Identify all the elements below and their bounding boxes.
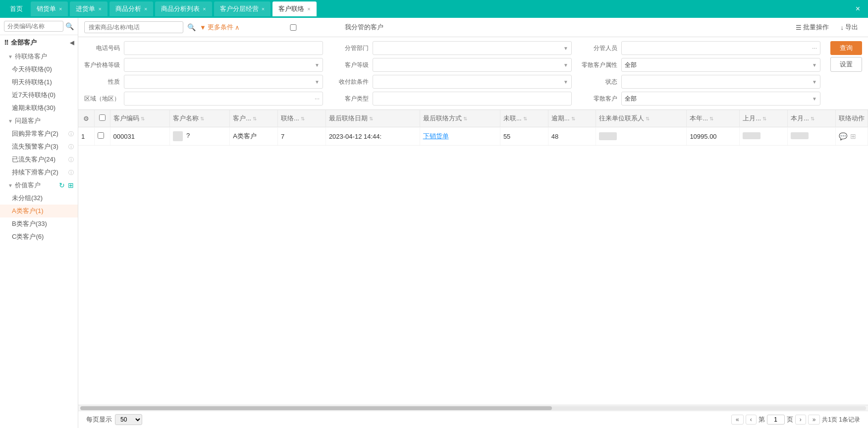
td-last-month — [740, 127, 788, 146]
tab-customer-contact[interactable]: 客户联络 × — [272, 1, 316, 16]
page-number-input[interactable] — [767, 415, 785, 425]
next-page-btn[interactable]: › — [795, 415, 806, 425]
group-value-customers[interactable]: ▼ 价值客户 ↻ ⊞ — [0, 179, 78, 192]
close-all-btn[interactable]: × — [852, 2, 864, 15]
sidebar-item-loss-warning[interactable]: 流失预警客户(3) ⓘ — [0, 140, 78, 153]
first-page-btn[interactable]: « — [731, 415, 744, 425]
sort-icon-5: ⇅ — [369, 116, 373, 121]
scroll-thumb[interactable] — [80, 406, 552, 410]
select-all-checkbox[interactable] — [99, 114, 106, 121]
sidebar-item-c-class[interactable]: C类客户(6) — [0, 230, 78, 243]
th-checkbox[interactable] — [94, 110, 110, 127]
sidebar-item-ungrouped[interactable]: 未分组(32) — [0, 192, 78, 205]
tab-sales[interactable]: 销货单 × — [31, 1, 68, 16]
sidebar-all-customers[interactable]: ⠿ 全部客户 ◀ — [0, 35, 78, 50]
scatter-attr-select[interactable]: 全部 ▼ — [621, 58, 820, 72]
customer-level-select[interactable]: ▼ — [373, 58, 572, 72]
close-tab-product-analysis[interactable]: × — [144, 6, 147, 12]
tab-home[interactable]: 首页 — [4, 1, 29, 16]
close-tab-customer-contact[interactable]: × — [307, 6, 310, 12]
filter-bar: 🔍 ▼ 更多条件 ∧ 我分管的客户 ☰ 批量操作 ↓ 导出 — [78, 18, 868, 37]
customer-type-input[interactable] — [373, 92, 572, 106]
scroll-track[interactable] — [80, 406, 866, 410]
batch-op-button[interactable]: ☰ 批量操作 — [792, 21, 833, 34]
sidebar-item-b-class[interactable]: B类客户(33) — [0, 217, 78, 230]
tab-product-analysis[interactable]: 商品分析 × — [109, 1, 153, 16]
status-select[interactable]: ▼ — [621, 75, 820, 89]
dept-select[interactable]: ▼ — [373, 41, 572, 55]
sidebar-item-7days[interactable]: 近7天待联络(0) — [0, 89, 78, 102]
arrow-icon-2: ▼ — [8, 118, 13, 124]
ellipsis-icon-2: ··· — [315, 95, 320, 102]
sort-icon-10: ⇅ — [709, 116, 713, 121]
tab-purchase[interactable]: 进货单 × — [70, 1, 107, 16]
sidebar-item-a-class[interactable]: A类客户(1) — [0, 205, 78, 217]
refresh-icon[interactable]: ↻ — [59, 181, 65, 189]
filter-person: 分管人员 ··· — [582, 41, 820, 55]
chevron-down-icon-8: ▼ — [812, 96, 817, 102]
sidebar-search-input[interactable] — [4, 21, 63, 32]
scatter-select[interactable]: 全部 ▼ — [621, 92, 820, 106]
info-icon-1: ⓘ — [68, 130, 74, 138]
sort-icon-11: ⇅ — [762, 116, 766, 121]
export-button[interactable]: ↓ 导出 — [837, 21, 863, 34]
prev-page-btn[interactable]: ‹ — [746, 415, 757, 425]
nature-select[interactable]: ▼ — [124, 75, 323, 89]
close-tab-sales[interactable]: × — [59, 6, 62, 12]
close-tab-product-list[interactable]: × — [203, 6, 206, 12]
grid-icon[interactable]: ⊞ — [850, 132, 856, 140]
sidebar-item-overdue[interactable]: 逾期未联络(30) — [0, 102, 78, 114]
query-button[interactable]: 查询 — [830, 41, 862, 55]
group-pending-contact[interactable]: ▼ 待联络客户 — [0, 50, 78, 63]
th-settings[interactable]: ⚙ — [78, 110, 94, 127]
sort-icon-9: ⇅ — [646, 116, 650, 121]
more-conditions-btn[interactable]: ▼ 更多条件 ∧ — [200, 23, 240, 32]
last-month-tag — [743, 132, 760, 139]
tab-customer-tier[interactable]: 客户分层经营 × — [214, 1, 271, 16]
td-uncontacted: 55 — [500, 127, 548, 146]
filter-region: 区域（地区） ··· — [84, 92, 323, 106]
person-input[interactable]: ··· — [621, 41, 820, 55]
close-tab-purchase[interactable]: × — [98, 6, 101, 12]
my-customer-check[interactable] — [244, 24, 343, 31]
search-input[interactable] — [84, 21, 183, 33]
sidebar-item-repurchase-anomaly[interactable]: 回购异常客户(2) ⓘ — [0, 127, 78, 140]
my-customer-checkbox[interactable]: 我分管的客户 — [244, 23, 383, 32]
tab-product-list[interactable]: 商品分析列表 × — [155, 1, 212, 16]
chevron-down-icon: ▼ — [563, 46, 568, 51]
sidebar-item-lost[interactable]: 已流失客户(24) ⓘ — [0, 153, 78, 166]
row-checkbox[interactable] — [98, 132, 104, 139]
arrow-icon-3: ▼ — [8, 183, 13, 188]
td-checkbox[interactable] — [94, 127, 110, 146]
sidebar-item-today[interactable]: 今天待联络(0) — [0, 63, 78, 76]
grid-icon: ⠿ — [4, 39, 9, 47]
close-tab-customer-tier[interactable]: × — [262, 6, 265, 12]
last-page-btn[interactable]: » — [808, 415, 820, 425]
horizontal-scrollbar[interactable] — [78, 405, 868, 411]
batch-icon: ☰ — [796, 24, 802, 31]
settings-group-icon[interactable]: ⊞ — [68, 181, 74, 189]
th-uncontacted: 未联... ⇅ — [500, 110, 548, 127]
sidebar-item-declining[interactable]: 持续下滑客户(2) ⓘ — [0, 166, 78, 179]
last-method-link[interactable]: 下销货单 — [423, 132, 449, 140]
settings-button[interactable]: 设置 — [830, 57, 862, 72]
phone-input[interactable] — [124, 41, 323, 55]
chat-icon[interactable]: 💬 — [839, 132, 847, 140]
chevron-icon: ∧ — [235, 24, 240, 31]
group-problem-customers[interactable]: ▼ 问题客户 — [0, 114, 78, 127]
sidebar-item-tomorrow[interactable]: 明天待联络(1) — [0, 76, 78, 89]
th-name: 客户名称 ⇅ — [170, 110, 230, 127]
search-icon[interactable]: 🔍 — [187, 23, 196, 31]
per-page-select[interactable]: 50 100 200 — [115, 414, 142, 425]
payment-select[interactable]: ▼ — [373, 75, 572, 89]
settings-gear-icon[interactable]: ⚙ — [83, 115, 89, 122]
price-grade-select[interactable]: ▼ — [124, 58, 323, 72]
region-input[interactable]: ··· — [124, 92, 323, 106]
th-action: 联络动作 — [836, 110, 868, 127]
table-row: 1 000031 ? A类客户 — [78, 127, 868, 146]
info-icon-2: ⓘ — [68, 143, 74, 151]
td-name: ? — [170, 127, 230, 146]
filter-scatter-attr: 零散客户属性 全部 ▼ — [582, 58, 820, 72]
td-level: A类客户 — [230, 127, 278, 146]
sidebar-search-icon[interactable]: 🔍 — [65, 22, 74, 30]
